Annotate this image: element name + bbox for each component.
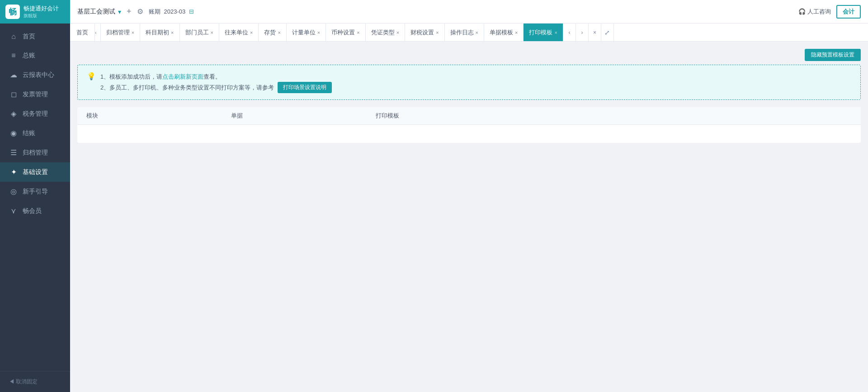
tab-print-template-close[interactable]: × — [554, 30, 557, 35]
tab-currency[interactable]: 币种设置 × — [326, 24, 365, 42]
headset-icon: 🎧 — [798, 8, 806, 15]
tab-partner[interactable]: 往来单位 × — [219, 24, 259, 42]
kuaiji-button[interactable]: 会计 — [836, 5, 861, 19]
print-template-table: 模块 单据 打印模板 — [77, 107, 861, 143]
settle-icon: ◉ — [9, 129, 18, 137]
tab-tax-setting-close[interactable]: × — [436, 30, 439, 35]
tab-unit[interactable]: 计量单位 × — [287, 24, 326, 42]
home-icon: ⌂ — [9, 33, 18, 41]
logo-area: 畅 畅捷通好会计 旗舰版 — [0, 0, 70, 24]
guide-icon: ◎ — [9, 187, 18, 196]
period-label: 账期 — [149, 8, 160, 16]
sidebar-item-home[interactable]: ⌂ 首页 — [0, 27, 70, 46]
explain-button[interactable]: 打印场景设置说明 — [278, 82, 332, 93]
tab-tax-setting[interactable]: 财税设置 × — [405, 24, 444, 42]
topbar: 基层工会测试 ▾ + ⚙ 账期 2023-03 ⊟ 🎧 人工咨询 会计 — [70, 0, 868, 24]
member-icon: ⋎ — [9, 207, 18, 215]
sidebar-item-archive[interactable]: ☰ 归档管理 — [0, 143, 70, 162]
hide-template-button[interactable]: 隐藏预置模板设置 — [805, 49, 861, 61]
sidebar-item-settings[interactable]: ✦ 基础设置 — [0, 162, 70, 182]
lamp-icon: 💡 — [87, 72, 96, 80]
refresh-link[interactable]: 点击刷新新页面 — [162, 73, 203, 80]
col-module-header: 模块 — [77, 112, 222, 120]
tab-department-close[interactable]: × — [211, 30, 213, 35]
sidebar-nav: ⌂ 首页 ≡ 总账 ☁ 云报表中心 ◻ 发票管理 ◈ 税务管理 ◉ 结账 ☰ 归… — [0, 24, 70, 371]
tab-home[interactable]: 首页 — [70, 24, 95, 42]
col-single-header: 单据 — [222, 112, 367, 120]
ledger-icon: ≡ — [9, 52, 18, 60]
tab-archive-close[interactable]: × — [132, 30, 134, 35]
sidebar-item-invoice[interactable]: ◻ 发票管理 — [0, 85, 70, 104]
add-company-button[interactable]: + — [127, 7, 132, 16]
tab-archive[interactable]: 归档管理 × — [101, 24, 140, 42]
sidebar-item-member[interactable]: ⋎ 畅会员 — [0, 201, 70, 221]
tab-currency-close[interactable]: × — [357, 30, 359, 35]
tab-close-all-button[interactable]: × — [589, 24, 601, 42]
cloud-icon: ☁ — [9, 71, 18, 79]
settings-gear-icon[interactable]: ⚙ — [137, 7, 143, 16]
archive-icon: ☰ — [9, 148, 18, 157]
sidebar-item-reports[interactable]: ☁ 云报表中心 — [0, 65, 70, 85]
content-area: 隐藏预置模板设置 💡 1、模板添加成功后，请点击刷新新页面查看。 2、多员工、多… — [70, 42, 868, 392]
logo-text: 畅捷通好会计 旗舰版 — [24, 5, 59, 19]
company-name: 基层工会测试 — [77, 8, 115, 16]
sidebar-item-tax[interactable]: ◈ 税务管理 — [0, 104, 70, 123]
service-button[interactable]: 🎧 人工咨询 — [798, 8, 831, 16]
sidebar-item-ledger[interactable]: ≡ 总账 — [0, 46, 70, 65]
sidebar-item-guide[interactable]: ◎ 新手引导 — [0, 182, 70, 201]
unpin-button[interactable]: ◀ 取消固定 — [0, 371, 70, 392]
tab-operation-log[interactable]: 操作日志 × — [445, 24, 484, 42]
tab-next-button[interactable]: › — [576, 24, 589, 42]
hide-template-row: 隐藏预置模板设置 — [77, 49, 861, 61]
tab-inventory[interactable]: 存货 × — [259, 24, 286, 42]
invoice-icon: ◻ — [9, 90, 18, 99]
logo-icon: 畅 — [5, 5, 20, 19]
tab-unit-close[interactable]: × — [317, 30, 320, 35]
topbar-right: 🎧 人工咨询 会计 — [798, 5, 861, 19]
info-banner-text: 1、模板添加成功后，请点击刷新新页面查看。 2、多员工、多打印机、多种业务类型设… — [100, 71, 332, 93]
period-value: 2023-03 — [164, 8, 186, 15]
sidebar: 畅 畅捷通好会计 旗舰版 ⌂ 首页 ≡ 总账 ☁ 云报表中心 ◻ 发票管理 ◈ … — [0, 0, 70, 392]
content-wrapper: 隐藏预置模板设置 💡 1、模板添加成功后，请点击刷新新页面查看。 2、多员工、多… — [77, 49, 861, 143]
tab-single-template[interactable]: 单据模板 × — [484, 24, 524, 42]
tab-department[interactable]: 部门员工 × — [180, 24, 219, 42]
tab-subject-close[interactable]: × — [171, 30, 174, 35]
settings-icon: ✦ — [9, 168, 18, 176]
tabbar: 首页 ‹ 归档管理 × 科目期初 × 部门员工 × 往来单位 × 存货 × 计量… — [70, 24, 868, 42]
info-line1: 1、模板添加成功后，请点击刷新新页面查看。 — [100, 71, 332, 82]
tab-print-template[interactable]: 打印模板 × — [524, 24, 563, 42]
main-area: 基层工会测试 ▾ + ⚙ 账期 2023-03 ⊟ 🎧 人工咨询 会计 首页 ‹… — [70, 0, 868, 392]
tab-voucher-type-close[interactable]: × — [396, 30, 399, 35]
calendar-icon: ⊟ — [189, 8, 194, 15]
tab-single-template-close[interactable]: × — [515, 30, 518, 35]
tab-inventory-close[interactable]: × — [278, 30, 280, 35]
info-line2: 2、多员工、多打印机、多种业务类型设置不同打印方案等，请参考 打印场景设置说明 — [100, 82, 332, 93]
tab-partner-close[interactable]: × — [250, 30, 253, 35]
period-selector[interactable]: 账期 2023-03 ⊟ — [149, 8, 194, 16]
table-header: 模块 单据 打印模板 — [77, 107, 861, 125]
tab-home-close: ‹ — [95, 24, 101, 42]
tab-voucher-type[interactable]: 凭证类型 × — [366, 24, 405, 42]
sidebar-item-settle[interactable]: ◉ 结账 — [0, 123, 70, 143]
tab-operation-log-close[interactable]: × — [476, 30, 478, 35]
tab-subject[interactable]: 科目期初 × — [140, 24, 179, 42]
tab-prev-button[interactable]: ‹ — [563, 24, 576, 42]
info-banner: 💡 1、模板添加成功后，请点击刷新新页面查看。 2、多员工、多打印机、多种业务类… — [77, 65, 861, 100]
tax-icon: ◈ — [9, 109, 18, 118]
dropdown-icon: ▾ — [118, 8, 121, 15]
tab-expand-button[interactable]: ⤢ — [601, 24, 614, 42]
col-template-header: 打印模板 — [367, 112, 861, 120]
company-selector[interactable]: 基层工会测试 ▾ — [77, 8, 121, 16]
table-body-empty — [77, 125, 861, 143]
